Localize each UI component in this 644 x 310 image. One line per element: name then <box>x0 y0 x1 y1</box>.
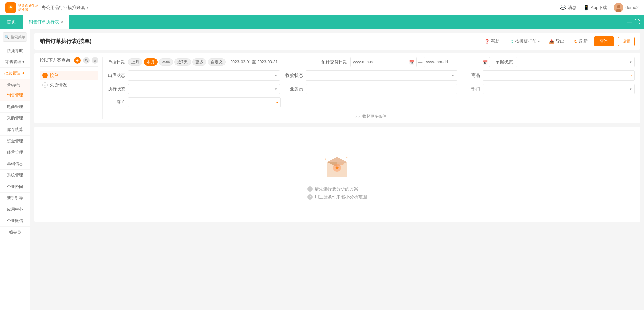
collect-status-select-box[interactable]: ▾ <box>306 70 458 81</box>
settings-btn[interactable]: 设置 <box>618 37 635 46</box>
search-btn[interactable]: 查询 <box>594 36 614 46</box>
scheme-item-by-order[interactable]: ✓ 按单 <box>40 71 98 80</box>
sidebar-item-collab-label: 企业协同 <box>7 184 23 189</box>
tab-active-sales-order[interactable]: 销售订单执行表 × <box>23 15 69 29</box>
sidebar-item-retail[interactable]: 零售管理 ▾ <box>0 56 30 68</box>
user-avatar <box>614 3 623 12</box>
sidebar-item-wholesale[interactable]: 批发管理 ▲ <box>0 68 30 79</box>
print-dropdown-icon: ▾ <box>538 40 540 43</box>
period-this-month[interactable]: 本月 <box>144 58 158 66</box>
period-this-year[interactable]: 本年 <box>159 58 173 66</box>
message-icon: 💬 <box>560 5 566 11</box>
sidebar-search-btn[interactable]: 🔍 搜索菜单 <box>3 32 27 42</box>
filter-field-dept: 部门 ▾ <box>461 84 635 94</box>
tab-maximize-btn[interactable]: ⛶ <box>635 19 640 25</box>
tab-minimize-btn[interactable]: — <box>627 19 632 25</box>
customer-input[interactable] <box>131 100 273 105</box>
collect-status-input[interactable] <box>309 73 451 78</box>
sidebar-item-guide[interactable]: 新手引导 <box>0 193 30 204</box>
svg-point-2 <box>617 5 620 8</box>
dept-input[interactable] <box>486 87 628 91</box>
sidebar-item-inventory[interactable]: 库存核算 <box>0 124 30 136</box>
expected-date-start-input[interactable] <box>353 60 408 64</box>
sidebar-item-quick-nav[interactable]: 快捷导航 <box>0 45 30 56</box>
export-icon: 📤 <box>549 39 554 44</box>
sidebar-item-app-center[interactable]: 应用中心 <box>0 204 30 215</box>
tab-home-label: 首页 <box>7 19 16 25</box>
sidebar: 🔍 搜索菜单 快捷导航 零售管理 ▾ 批发管理 ▲ 营销推广 销售管理 电商管理… <box>0 29 30 310</box>
sidebar-item-purchase[interactable]: 采购管理 <box>0 113 30 124</box>
goods-more-icon[interactable]: ··· <box>628 72 632 79</box>
sidebar-item-collab[interactable]: 企业协同 <box>0 181 30 193</box>
filter-field-expected-date: 预计交货日期 📅 — 📅 <box>321 57 490 67</box>
svg-point-3 <box>616 9 621 12</box>
svg-text:✦: ✦ <box>346 156 348 159</box>
app-title[interactable]: 办公用品行业模拟账套 ▾ <box>42 5 89 11</box>
top-navbar: 畅捷通好生意 标准版 办公用品行业模拟账套 ▾ 💬 消息 📱 App下载 dem… <box>0 0 644 15</box>
help-icon: ❓ <box>484 39 490 44</box>
sidebar-item-wechat[interactable]: 企业微信 <box>0 215 30 227</box>
sidebar-item-ecommerce[interactable]: 电商管理 <box>0 101 30 113</box>
out-status-select-box[interactable]: ▾ <box>128 70 280 81</box>
page-header: 销售订单执行表(按单) ❓ 帮助 🖨 按模板打印 ▾ 📤 导出 ↻ 刷新 <box>34 33 640 50</box>
exec-status-input[interactable] <box>131 87 274 91</box>
sidebar-item-finance[interactable]: 资金管理 <box>0 136 30 147</box>
out-status-input[interactable] <box>131 73 274 78</box>
bill-status-select-box[interactable]: ▾ <box>516 57 635 67</box>
add-scheme-btn[interactable]: + <box>74 57 81 64</box>
scheme-list-title: 按以下方案查询 <box>40 57 70 63</box>
scheme-item-shortage[interactable]: ○ 欠货情况 <box>40 80 98 90</box>
tip-num-1: 1 <box>307 186 313 192</box>
exec-status-select-box[interactable]: ▾ <box>128 84 280 94</box>
filter-panel: 按以下方案查询 + ✎ « ✓ 按单 ○ 欠货情况 <box>34 53 640 123</box>
sidebar-item-system-label: 系统管理 <box>7 173 23 177</box>
expected-date-end-input[interactable] <box>426 60 481 64</box>
customer-input-box[interactable]: ··· <box>128 97 281 107</box>
sidebar-item-marketing[interactable]: 营销推广 <box>0 81 30 90</box>
period-7days[interactable]: 近7天 <box>174 58 191 66</box>
period-last-month[interactable]: 上月 <box>128 58 142 66</box>
app-download-icon: 📱 <box>583 5 589 11</box>
help-btn[interactable]: ❓ 帮助 <box>482 37 502 46</box>
salesman-input[interactable] <box>309 87 449 91</box>
sidebar-item-operations[interactable]: 经营管理 <box>0 147 30 158</box>
tip-text-1: 请先选择要分析的方案 <box>315 186 358 192</box>
sidebar-item-basic-info-label: 基础信息 <box>7 161 23 166</box>
expected-date-end-box[interactable]: 📅 <box>424 57 490 67</box>
sidebar-item-system[interactable]: 系统管理 <box>0 170 30 181</box>
sidebar-item-basic-info[interactable]: 基础信息 <box>0 158 30 170</box>
svg-text:✦: ✦ <box>342 164 344 166</box>
goods-input-box[interactable]: ··· <box>483 70 635 81</box>
tab-home[interactable]: 首页 <box>0 15 23 29</box>
salesman-label: 业务员 <box>284 86 303 92</box>
dept-select-box[interactable]: ▾ <box>483 84 635 94</box>
salesman-more-icon[interactable]: ··· <box>451 86 454 92</box>
sidebar-item-sales-mgmt[interactable]: 销售管理 <box>0 90 30 100</box>
top-nav-right: 💬 消息 📱 App下载 demo2 <box>560 3 639 12</box>
app-download-label: App下载 <box>591 5 607 11</box>
collapse-scheme-btn[interactable]: « <box>92 57 98 64</box>
scheme-by-order-label: 按单 <box>50 72 58 79</box>
refresh-btn[interactable]: ↻ 刷新 <box>571 37 590 46</box>
export-btn[interactable]: 📤 导出 <box>546 37 567 46</box>
expected-date-start-box[interactable]: 📅 <box>350 57 417 67</box>
message-btn[interactable]: 💬 消息 <box>560 5 576 11</box>
logo-icon <box>5 2 16 13</box>
app-download-btn[interactable]: 📱 App下载 <box>583 5 607 11</box>
period-more[interactable]: 更多 <box>192 58 206 66</box>
salesman-input-box[interactable]: ··· <box>306 84 458 94</box>
collapse-btn[interactable]: ∧∧ 收起更多条件 <box>355 114 386 119</box>
print-btn[interactable]: 🖨 按模板打印 ▾ <box>506 37 542 46</box>
sidebar-search-area: 🔍 搜索菜单 <box>0 29 30 45</box>
bill-status-input[interactable] <box>519 60 628 64</box>
content-area: 销售订单执行表(按单) ❓ 帮助 🖨 按模板打印 ▾ 📤 导出 ↻ 刷新 <box>30 29 644 310</box>
user-area[interactable]: demo2 <box>614 3 639 12</box>
goods-input[interactable] <box>486 73 627 78</box>
period-custom[interactable]: 自定义 <box>208 58 226 66</box>
edit-scheme-btn[interactable]: ✎ <box>83 57 90 64</box>
sidebar-item-member[interactable]: 畅会员 <box>0 227 30 238</box>
tab-close-btn[interactable]: × <box>61 20 63 24</box>
filter-field-exec-status: 执行状态 ▾ <box>107 84 280 94</box>
customer-more-icon[interactable]: ··· <box>274 99 278 105</box>
filter-row-1: 单据日期 上月 本月 本年 近7天 更多 自定义 2023-03-01 至 20… <box>107 57 635 67</box>
